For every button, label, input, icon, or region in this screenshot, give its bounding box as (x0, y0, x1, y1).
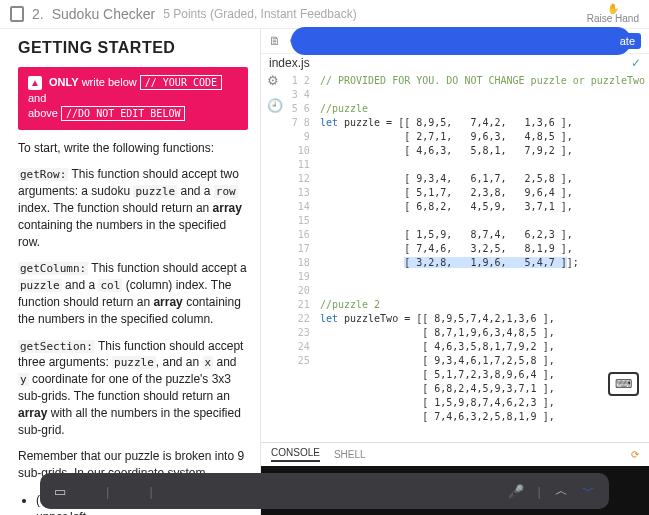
code-content[interactable]: // PROVIDED FOR YOU. DO NOT CHANGE puzzl… (316, 72, 649, 442)
chevron-down-icon[interactable]: ﹀ (582, 482, 595, 500)
console-tabs: CONSOLE SHELL ⟳ (261, 443, 649, 466)
divider: | (149, 484, 152, 499)
partial-button[interactable]: ate (614, 33, 641, 49)
getcolumn-desc: getColumn: This function should accept a… (18, 260, 248, 327)
divider: | (106, 484, 109, 499)
tab-row: index.js ✓ (261, 54, 649, 72)
highlighted-line: [ 3,2,8, 1,9,6, 5,4,7 ] (404, 257, 567, 268)
chevron-up-icon[interactable]: ︿ (555, 482, 568, 500)
card-icon[interactable]: ▭ (54, 484, 66, 499)
main-split: GETTING STARTED ▲ ONLY write below // YO… (0, 29, 649, 515)
file-tab[interactable]: index.js (269, 56, 310, 70)
settings-icon[interactable]: ⚙ (267, 73, 283, 88)
getrow-desc: getRow: This function should accept two … (18, 166, 248, 250)
instructions-pane: GETTING STARTED ▲ ONLY write below // YO… (0, 29, 260, 515)
assignment-number: 2. (32, 6, 44, 22)
assignment-title: Sudoku Checker (52, 6, 156, 22)
document-icon[interactable]: 🗎 (269, 34, 281, 48)
line-gutter: 1 2 3 4 5 6 7 8 9 10 11 12 13 14 15 16 1… (287, 72, 316, 442)
code-snip-do-not-edit: //DO NOT EDIT BELOW (61, 106, 185, 121)
clock-icon[interactable]: 🕘 (267, 98, 283, 113)
heading-getting-started: GETTING STARTED (18, 37, 248, 59)
code-editor[interactable]: 1 2 3 4 5 6 7 8 9 10 11 12 13 14 15 16 1… (261, 72, 649, 442)
getsection-desc: getSection: This function should accept … (18, 338, 248, 439)
warning-icon: ▲ (28, 76, 42, 90)
code-snip-your-code: // YOUR CODE (140, 75, 222, 90)
document-icon (10, 6, 24, 22)
keyboard-icon[interactable]: ⌨ (608, 372, 639, 396)
tab-console[interactable]: CONSOLE (271, 447, 320, 462)
mic-icon[interactable]: 🎤 (508, 484, 524, 499)
divider: | (538, 484, 541, 499)
check-icon: ✓ (631, 56, 641, 70)
intro-text: To start, write the following functions: (18, 140, 248, 157)
bottom-dock: ▭ | | 🎤 | ︿ ﹀ (40, 473, 609, 509)
side-toolbar: ⚙ 🕘 (267, 73, 283, 113)
tab-shell[interactable]: SHELL (334, 449, 366, 460)
annotation-scribble (291, 27, 631, 55)
raise-hand-button[interactable]: ✋Raise Hand (587, 4, 639, 24)
code-pane: 🗎 ↺ ate index.js ✓ ⚙ 🕘 1 2 3 4 5 6 7 8 9… (260, 29, 649, 515)
top-bar: 2. Sudoku Checker 5 Points (Graded, Inst… (0, 0, 649, 29)
points-label: 5 Points (Graded, Instant Feedback) (163, 7, 356, 21)
warning-banner: ▲ ONLY write below // YOUR CODE and abov… (18, 67, 248, 129)
refresh-icon[interactable]: ⟳ (631, 449, 639, 460)
